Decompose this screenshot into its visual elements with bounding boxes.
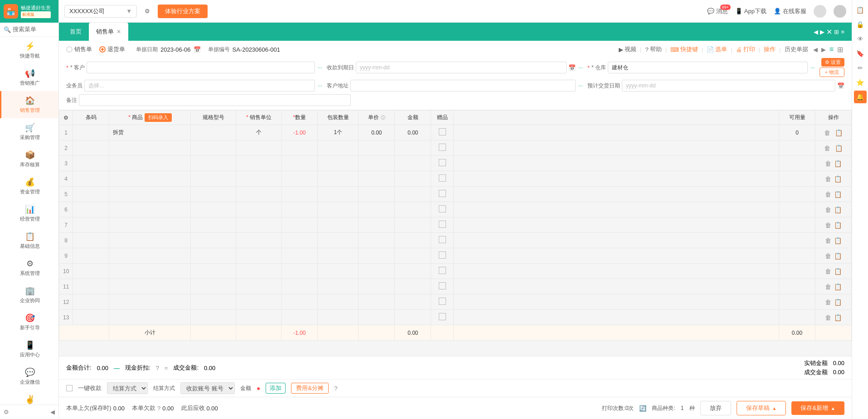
- message-btn[interactable]: 💬 消息 99+: [707, 7, 728, 15]
- row3-u[interactable]: [236, 156, 281, 171]
- row5-pq[interactable]: [318, 187, 359, 202]
- row4-q[interactable]: [281, 171, 318, 187]
- row10-up[interactable]: [359, 264, 395, 279]
- row8-up[interactable]: [359, 233, 395, 248]
- row5-g[interactable]: [431, 187, 454, 202]
- row9-b[interactable]: [73, 248, 109, 264]
- row7-p[interactable]: [109, 217, 191, 233]
- row6-g[interactable]: [431, 202, 454, 217]
- tab-collapse-left-icon[interactable]: ◀: [814, 29, 818, 35]
- row9-p[interactable]: [109, 248, 191, 264]
- row4-pq[interactable]: [318, 171, 359, 187]
- row2-barcode[interactable]: [73, 140, 109, 156]
- row7-del[interactable]: 🗑: [824, 222, 833, 229]
- row11-g[interactable]: [431, 279, 454, 294]
- notes-input[interactable]: [79, 94, 351, 106]
- row3-s[interactable]: [191, 156, 236, 171]
- row4-up[interactable]: [359, 171, 395, 187]
- product-type-icon[interactable]: 🔄: [639, 405, 646, 412]
- row7-b[interactable]: [73, 217, 109, 233]
- row8-g[interactable]: [431, 233, 454, 248]
- row10-s[interactable]: [191, 264, 236, 279]
- row12-pq[interactable]: [318, 294, 359, 310]
- customer-more-btn[interactable]: ···: [317, 64, 323, 71]
- row2-product[interactable]: [109, 140, 191, 156]
- row1-unit-price[interactable]: 0.00: [359, 125, 395, 140]
- row2-unit[interactable]: [236, 140, 281, 156]
- user-avatar2[interactable]: [834, 5, 846, 18]
- save-draft-button[interactable]: 保存草稿 ▲: [737, 401, 786, 415]
- row6-del[interactable]: 🗑: [824, 206, 833, 213]
- row2-gift[interactable]: [431, 140, 454, 156]
- expense-help-icon[interactable]: ?: [334, 385, 337, 392]
- row6-q[interactable]: [281, 202, 318, 217]
- row11-p[interactable]: [109, 279, 191, 294]
- one-click-pay-checkbox[interactable]: [66, 385, 73, 391]
- row9-s[interactable]: [191, 248, 236, 264]
- sidebar-item-finance[interactable]: 💰 资金管理: [0, 173, 58, 200]
- row9-cp[interactable]: 📋: [833, 252, 843, 260]
- account-select[interactable]: 收款账号 账号: [180, 382, 235, 394]
- tab-home[interactable]: 首页: [63, 23, 89, 41]
- sidebar-item-basics[interactable]: 📋 基础信息: [0, 227, 58, 254]
- row4-g[interactable]: [431, 171, 454, 187]
- trial-button[interactable]: 体验行业方案: [158, 5, 208, 18]
- row2-spec[interactable]: [191, 140, 236, 156]
- right-panel-bookmark-btn[interactable]: 🔖: [854, 47, 867, 60]
- row10-pq[interactable]: [318, 264, 359, 279]
- sidebar-item-newbie[interactable]: 🎯 新手引导: [0, 308, 58, 336]
- row11-s[interactable]: [191, 279, 236, 294]
- row6-b[interactable]: [73, 202, 109, 217]
- row13-s[interactable]: [191, 310, 236, 325]
- sidebar-item-operations[interactable]: 📊 经营管理: [0, 200, 58, 227]
- row11-b[interactable]: [73, 279, 109, 294]
- row9-pq[interactable]: [318, 248, 359, 264]
- sidebar-item-purchase[interactable]: 🛒 采购管理: [0, 118, 58, 145]
- row3-pq[interactable]: [318, 156, 359, 171]
- tab-grid-view-icon[interactable]: ⊞: [834, 29, 839, 35]
- row13-cp[interactable]: 📋: [833, 314, 843, 321]
- online-service-btn[interactable]: 👤 在线客服: [774, 7, 806, 15]
- sidebar-item-appstore[interactable]: 📱 应用中心: [0, 336, 58, 363]
- row1-delete-btn[interactable]: 🗑: [823, 129, 832, 136]
- row10-b[interactable]: [73, 264, 109, 279]
- row4-u[interactable]: [236, 171, 281, 187]
- row8-p[interactable]: [109, 233, 191, 248]
- row7-pq[interactable]: [318, 217, 359, 233]
- row13-b[interactable]: [73, 310, 109, 325]
- row10-g[interactable]: [431, 264, 454, 279]
- row1-spec[interactable]: [191, 125, 236, 140]
- due-date-more-btn[interactable]: ···: [577, 64, 584, 71]
- row5-del[interactable]: 🗑: [824, 191, 833, 198]
- row11-pq[interactable]: [318, 279, 359, 294]
- row7-q[interactable]: [281, 217, 318, 233]
- row3-q[interactable]: [281, 156, 318, 171]
- row1-copy-btn[interactable]: 📋: [834, 129, 844, 136]
- row2-delete-btn[interactable]: 🗑: [823, 144, 832, 152]
- row5-u[interactable]: [236, 187, 281, 202]
- row11-del[interactable]: 🗑: [824, 283, 833, 290]
- right-panel-orange-btn[interactable]: 🔔: [854, 91, 867, 103]
- row4-s[interactable]: [191, 171, 236, 187]
- row7-g[interactable]: [431, 217, 454, 233]
- tab-expand-right-icon[interactable]: ▶: [820, 29, 824, 35]
- total-owed-help-icon[interactable]: ?: [157, 405, 160, 412]
- sidebar-item-system[interactable]: ⚙ 系统管理: [0, 254, 58, 281]
- row12-u[interactable]: [236, 294, 281, 310]
- payment-method-select[interactable]: 结算方式: [107, 382, 148, 394]
- logistics-btn[interactable]: + 物流: [820, 67, 844, 77]
- date-picker-icon[interactable]: 📅: [194, 46, 201, 53]
- row6-s[interactable]: [191, 202, 236, 217]
- video-btn[interactable]: ▶ 视频: [616, 44, 639, 54]
- row12-b[interactable]: [73, 294, 109, 310]
- add-payment-btn[interactable]: 添加: [266, 383, 286, 394]
- nav-next-icon[interactable]: ▶: [820, 46, 827, 53]
- row2-pkg-qty[interactable]: [318, 140, 359, 156]
- salesperson-input[interactable]: 选择...: [84, 80, 315, 92]
- row9-del[interactable]: 🗑: [824, 252, 833, 260]
- due-date-input[interactable]: yyyy-mm-dd: [356, 62, 567, 73]
- row13-up[interactable]: [359, 310, 395, 325]
- row11-cp[interactable]: 📋: [833, 283, 843, 290]
- row10-del[interactable]: 🗑: [824, 268, 833, 275]
- row11-up[interactable]: [359, 279, 395, 294]
